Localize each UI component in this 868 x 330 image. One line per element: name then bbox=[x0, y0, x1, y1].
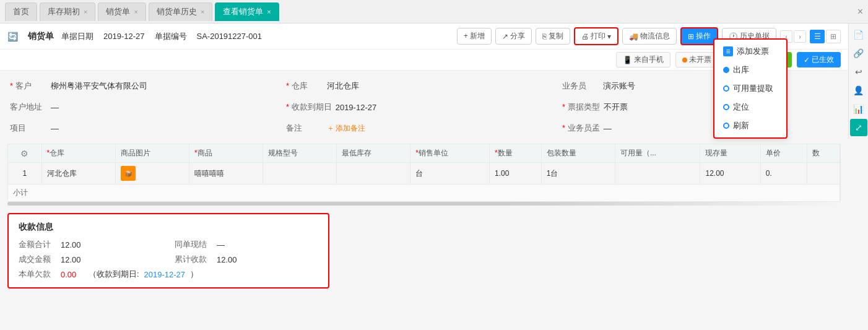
project-value: — bbox=[51, 124, 59, 133]
number-label: 单据编号 bbox=[155, 31, 187, 42]
tab-inventory-init-close[interactable]: × bbox=[84, 8, 87, 15]
warehouse-value: 河北仓库 bbox=[327, 80, 359, 92]
doc-title: 销货单 bbox=[28, 31, 54, 42]
new-button[interactable]: + 新增 bbox=[457, 28, 492, 45]
same-order-label: 同单现结 bbox=[175, 239, 212, 250]
arrears-due-note: （收款到期日: bbox=[89, 269, 139, 280]
tab-sales-history[interactable]: 销货单历史 × bbox=[149, 2, 212, 21]
col-qty: *数量 bbox=[490, 144, 542, 163]
same-order-row: 同单现结 — bbox=[175, 239, 318, 250]
total-label: 金额合计 bbox=[19, 239, 56, 250]
row-spec bbox=[263, 163, 337, 185]
logistics-button[interactable]: 🚚 物流信息 bbox=[622, 28, 677, 45]
customer-field: 客户 柳州粤港平安气体有限公司 bbox=[10, 78, 286, 94]
plus-icon: ＋ bbox=[327, 123, 334, 134]
col-settings: ⚙ bbox=[8, 144, 41, 163]
invoice-status-button[interactable]: 未开票 bbox=[675, 52, 718, 67]
tab-home[interactable]: 首页 bbox=[5, 2, 37, 21]
due-date-field: 收款到期日 2019-12-27 bbox=[286, 99, 562, 115]
total-row: 金额合计 12.00 bbox=[19, 239, 162, 250]
col-warehouse: *仓库 bbox=[41, 144, 115, 163]
effective-check-icon: ✓ bbox=[804, 56, 810, 64]
sidebar-return-icon[interactable]: ↩ bbox=[850, 63, 867, 80]
available-dot-icon bbox=[723, 85, 729, 92]
doc-header-left: 🔄 销货单 单据日期 2019-12-27 单据编号 SA-20191227-0… bbox=[7, 31, 262, 42]
warehouse-field: 仓库 河北仓库 bbox=[286, 78, 562, 94]
due-date-value: 2019-12-27 bbox=[336, 103, 377, 112]
row-stock: 12.00 bbox=[700, 163, 760, 185]
menu-available-pickup[interactable]: 可用量提取 bbox=[714, 79, 786, 98]
tab-sales-order-close[interactable]: × bbox=[134, 8, 137, 15]
print-button[interactable]: 🖨 打印 ▾ bbox=[574, 27, 618, 45]
sales-field: 业务员孟 — bbox=[562, 120, 838, 136]
row-no: 1 bbox=[8, 163, 41, 185]
transaction-row: 成交金额 12.00 bbox=[19, 254, 162, 265]
tab-bar-close-button[interactable]: × bbox=[857, 6, 863, 17]
warehouse-label: 仓库 bbox=[286, 80, 323, 92]
transaction-value: 12.00 bbox=[61, 255, 81, 264]
add-note-button[interactable]: ＋ 添加备注 bbox=[327, 123, 365, 134]
operate-grid-icon: ⊞ bbox=[688, 32, 694, 41]
sidebar-link-icon[interactable]: 🔗 bbox=[850, 45, 867, 62]
table-header-row: ⚙ *仓库 商品图片 *商品 规格型号 最低库存 *销售单位 *数量 包装数量 … bbox=[8, 144, 840, 163]
sidebar-user-icon[interactable]: 👤 bbox=[850, 82, 867, 99]
tab-view-sales-close[interactable]: × bbox=[267, 8, 271, 15]
menu-outbound[interactable]: 出库 bbox=[714, 61, 786, 79]
tab-inventory-init[interactable]: 库存期初 × bbox=[40, 2, 95, 21]
table-row: 1 河北仓库 📦 嘻嘻嘻嘻 台 1.00 1台 12.00 0. bbox=[8, 163, 840, 185]
subtotal-row: 小计 bbox=[8, 185, 840, 202]
address-label: 客户地址 bbox=[10, 102, 47, 113]
row-qty: 1.00 bbox=[490, 163, 542, 185]
doc-icon: 🔄 bbox=[7, 32, 18, 41]
refresh-dot-icon bbox=[723, 123, 729, 129]
cumulative-row: 累计收款 12.00 bbox=[175, 254, 318, 265]
note-label: 备注 bbox=[286, 123, 323, 134]
arrears-due-end: ） bbox=[190, 269, 198, 280]
menu-refresh[interactable]: 刷新 bbox=[714, 116, 786, 135]
tab-bar: 首页 库存期初 × 销货单 × 销货单历史 × 查看销货单 × × bbox=[0, 0, 868, 24]
tab-sales-order[interactable]: 销货单 × bbox=[98, 2, 145, 21]
ticket-type-value: 不开票 bbox=[604, 102, 628, 113]
sidebar-doc-icon[interactable]: 📄 bbox=[850, 26, 867, 43]
settings-icon[interactable]: ⚙ bbox=[20, 149, 28, 158]
total-value: 12.00 bbox=[61, 240, 81, 250]
sidebar-chart-icon[interactable]: 📊 bbox=[850, 100, 867, 118]
employee-label: 业务员 bbox=[562, 80, 599, 92]
copy-icon: ⎘ bbox=[542, 32, 547, 41]
operate-dropdown: ≡ 添加发票 出库 可用量提取 定位 刷新 bbox=[713, 38, 788, 139]
sales-label: 业务员孟 bbox=[562, 123, 600, 134]
list-view-button[interactable]: ☰ bbox=[810, 30, 825, 43]
date-value: 2019-12-27 bbox=[103, 32, 145, 41]
print-dropdown-arrow: ▾ bbox=[607, 32, 611, 41]
cumulative-label: 累计收款 bbox=[175, 254, 212, 265]
arrears-note bbox=[81, 270, 84, 279]
app-wrapper: 首页 库存期初 × 销货单 × 销货单历史 × 查看销货单 × × 🔄 销货单 … bbox=[0, 0, 868, 330]
arrears-row-wrap: 本单欠款 0.00 （收款到期日: 2019-12-27 ） bbox=[19, 269, 318, 280]
employee-field: 业务员 演示账号 bbox=[562, 78, 838, 94]
copy-button[interactable]: ⎘ 复制 bbox=[536, 28, 570, 45]
sidebar-expand-icon[interactable]: ⤢ bbox=[850, 119, 867, 136]
project-field: 项目 — bbox=[10, 120, 286, 136]
ticket-type-label: 票据类型 bbox=[562, 102, 600, 113]
invoice-icon: ≡ bbox=[723, 46, 733, 56]
same-order-value: — bbox=[217, 240, 225, 250]
tab-sales-history-close[interactable]: × bbox=[201, 8, 204, 15]
menu-add-invoice[interactable]: ≡ 添加发票 bbox=[714, 42, 786, 61]
grid-view-button[interactable]: ⊞ bbox=[826, 30, 841, 43]
next-button[interactable]: › bbox=[794, 30, 806, 43]
payment-grid: 金额合计 12.00 同单现结 — 成交金额 12.00 累计收款 12.00 bbox=[19, 239, 318, 280]
effective-badge: ✓ 已生效 bbox=[797, 52, 841, 67]
row-warehouse: 河北仓库 bbox=[41, 163, 115, 185]
arrears-due-date: 2019-12-27 bbox=[144, 270, 186, 279]
tab-view-sales[interactable]: 查看销货单 × bbox=[215, 2, 279, 21]
menu-locate[interactable]: 定位 bbox=[714, 98, 786, 116]
share-button[interactable]: ↗ 分享 bbox=[495, 28, 532, 45]
operate-button[interactable]: ⊞ 操作 bbox=[680, 27, 718, 45]
col-min-stock: 最低库存 bbox=[337, 144, 410, 163]
employee-value: 演示账号 bbox=[603, 80, 635, 92]
row-price: 0. bbox=[760, 163, 807, 185]
row-available bbox=[615, 163, 700, 185]
row-unit: 台 bbox=[410, 163, 490, 185]
mobile-button[interactable]: 📱 来自手机 bbox=[616, 52, 671, 67]
arrears-value: 0.00 bbox=[61, 270, 76, 279]
